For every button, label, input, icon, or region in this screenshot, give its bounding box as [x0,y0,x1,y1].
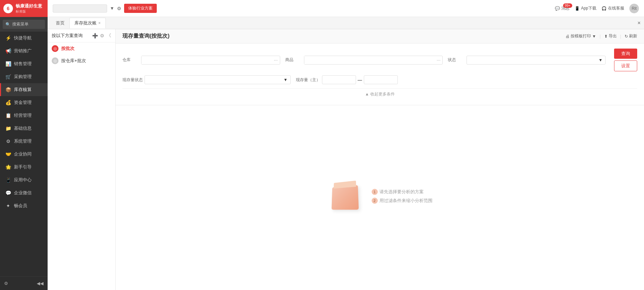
basics-icon: 📁 [5,125,11,131]
sidebar-item-inventory[interactable]: 📦 库存核算 [0,83,48,96]
warehouse-input-wrapper: ··· [141,56,280,65]
stock-status-field: 现存量状态 ▼ [122,75,291,84]
stock-status-dropdown-icon: ▼ [284,77,288,82]
search-icon: 🔍 [5,22,11,27]
tab-home[interactable]: 首页 [51,18,69,28]
settings-icon: ⚙ [4,281,8,286]
collapse-icon: ◀◀ [37,281,44,286]
member-icon: ✦ [5,203,11,209]
query-actions: 查询 设置 [614,49,637,71]
collapse-icon: ▲ [365,92,369,96]
print-dropdown-icon: ▼ [592,34,596,39]
avatar: Rit [629,4,639,13]
refresh-button[interactable]: ↻ 刷新 [625,33,637,39]
filter-settings-button[interactable]: ⚙ [100,33,104,39]
export-icon: ⬆ [604,34,608,39]
product-input[interactable] [304,56,435,64]
settings-button[interactable]: 设置 [614,60,637,71]
collapse-filter-button[interactable]: 《 [106,33,111,39]
newuser-icon: 🌟 [5,164,11,170]
company-name: 畅康通好生意 [16,3,42,9]
sidebar-item-system[interactable]: ⚙ 系统管理 [0,135,48,148]
range-separator: — [358,77,362,83]
enterprise-icon: 🤝 [5,151,11,157]
sidebar-item-operations[interactable]: 📋 经营管理 [0,109,48,122]
topbar-dropdown-button[interactable]: ▼ [110,6,114,11]
sidebar-header: 6 畅康通好生意 标准版 [0,0,48,17]
sidebar-item-enterprise[interactable]: 🤝 企业协同 [0,148,48,161]
product-input-wrapper: ··· [304,56,443,65]
sidebar-item-sales[interactable]: 📊 销售管理 [0,57,48,70]
page-header-actions: 🖨 按模板打印 ▼ | ⬆ 导出 | ↻ 刷新 [565,33,637,39]
tab-inventory-batch[interactable]: 库存批次账 × [69,18,106,29]
user-profile-action[interactable]: Rit [629,4,639,13]
sidebar-item-quick-nav[interactable]: ⚡ 快捷导航 [0,32,48,44]
add-filter-button[interactable]: ➕ [92,33,98,39]
stock-qty-field: 现存量（主） — [296,75,464,84]
finance-icon: 💰 [5,99,11,106]
breadcrumb-input[interactable] [53,4,107,13]
export-button[interactable]: ⬆ 导出 [604,33,617,39]
messages-action[interactable]: 💬 消息 99+ [555,5,570,11]
purchase-icon: 🛒 [5,74,11,80]
tabbar: 首页 库存批次账 × × [48,17,644,29]
quick-nav-icon: ⚡ [5,35,11,41]
warehouse-input[interactable] [141,56,272,64]
sidebar-item-marketing[interactable]: 📢 营销推广 [0,44,48,57]
filter-panel: 按以下方案查询 ➕ ⚙ 《 ◎ 按批次 ◎ 按仓库+批次 [48,29,116,290]
version-label: 标准版 [16,9,42,14]
tab-close-far-button[interactable]: × [638,20,641,26]
stock-qty-min-input[interactable] [322,75,356,84]
collapse-bar[interactable]: ▲ 收起更多条件 [122,88,637,100]
query-row-2: 现存量状态 ▼ 现存量（主） — [122,75,637,84]
headset-icon: 🎧 [601,6,607,11]
page-title: 现存量查询(按批次) [122,33,170,40]
sidebar-settings-button[interactable]: ⚙ [3,279,10,287]
wechat-icon: 💬 [5,190,11,196]
stock-qty-max-input[interactable] [364,75,398,84]
status-select[interactable]: ▼ [467,56,606,65]
empty-state: 1 请先选择要分析的方案 2 用过滤条件来缩小分析范围 [116,105,644,290]
company-info: 畅康通好生意 标准版 [16,3,42,14]
tab-close-button[interactable]: × [98,21,101,25]
sidebar-item-finance[interactable]: 💰 资金管理 [0,96,48,109]
page-header: 现存量查询(按批次) 🖨 按模板打印 ▼ | ⬆ 导出 | ↻ [116,29,644,43]
stock-qty-range: — [322,75,398,84]
sidebar-collapse-button[interactable]: ◀◀ [35,279,45,287]
sidebar-item-purchase[interactable]: 🛒 采购管理 [0,70,48,83]
warehouse-more-button[interactable]: ··· [272,56,280,64]
query-button[interactable]: 查询 [614,49,637,59]
sidebar-item-appstore[interactable]: 📱 应用中心 [0,174,48,186]
empty-illustration [327,181,361,215]
online-service-action[interactable]: 🎧 在线客服 [601,5,624,11]
hint-2: 2 用过滤条件来缩小分析范围 [372,198,433,204]
hint-1: 1 请先选择要分析的方案 [372,189,433,195]
sidebar-item-basics[interactable]: 📁 基础信息 [0,122,48,135]
appstore-icon: 📱 [5,177,11,183]
filter-by-warehouse-batch[interactable]: ◎ 按仓库+批次 [48,55,115,67]
print-icon: 🖨 [565,34,570,39]
phone-icon: 📱 [575,6,580,11]
search-menu-button[interactable]: 🔍 搜索菜单 [3,20,45,29]
print-template-button[interactable]: 🖨 按模板打印 ▼ [565,33,596,39]
sales-icon: 📊 [5,61,11,67]
refresh-icon: ↻ [625,34,628,39]
sidebar-item-newuser[interactable]: 🌟 新手引导 [0,161,48,174]
sidebar: 6 畅康通好生意 标准版 🔍 搜索菜单 ⚡ 快捷导航 📢 营销推广 📊 销售管理… [0,0,48,290]
sidebar-item-member[interactable]: ✦ 畅会员 [0,199,48,212]
main-area: ▼ ⚙ 体验行业方案 💬 消息 99+ 📱 App下载 🎧 在线客服 Rit [48,0,644,290]
filter-by-batch[interactable]: ◎ 按批次 [48,42,115,55]
trial-button[interactable]: 体验行业方案 [124,4,157,13]
product-more-button[interactable]: ··· [435,56,442,64]
topbar-right: 💬 消息 99+ 📱 App下载 🎧 在线客服 Rit [555,4,639,13]
empty-box-graphic [332,185,359,210]
sidebar-item-wechat[interactable]: 💬 企业微信 [0,186,48,199]
sidebar-nav: ⚡ 快捷导航 📢 营销推广 📊 销售管理 🛒 采购管理 📦 库存核算 💰 资金管… [0,32,48,276]
app-download-action[interactable]: 📱 App下载 [575,5,596,11]
product-field: 商品 ··· [285,56,443,65]
operations-icon: 📋 [5,112,11,119]
query-row-1: 仓库 ··· 商品 ··· 状态 [122,49,637,71]
topbar-gear-button[interactable]: ⚙ [117,6,121,11]
filter-panel-header: 按以下方案查询 ➕ ⚙ 《 [48,29,115,42]
stock-status-select[interactable]: ▼ [145,75,291,84]
